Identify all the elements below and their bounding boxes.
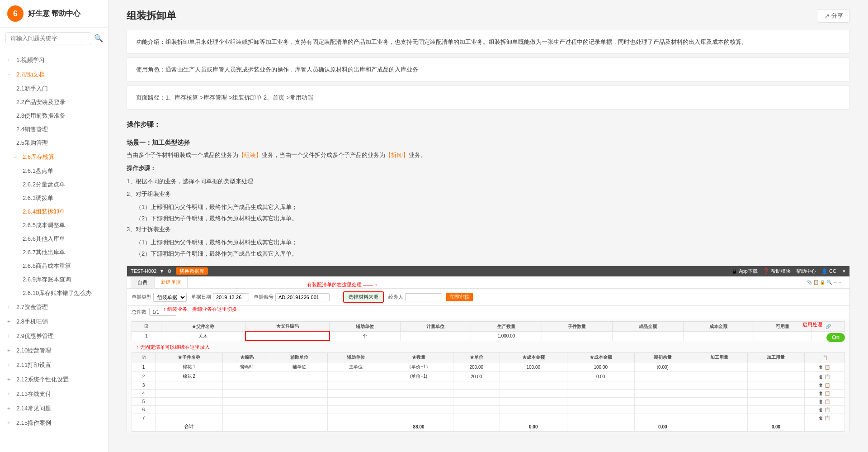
nav-label-2-10: 2.10经营管理 — [16, 347, 51, 355]
nav-sub-item-2-6-4[interactable]: 2.6.4组装拆卸单 — [0, 205, 108, 219]
th-c-price: ★单价 — [453, 353, 500, 362]
sim-type-select[interactable]: 组装单据 拆卸单据 — [153, 293, 187, 302]
scene-1-intro: 当由多个子件材料组装成一个成品的业务为【组装】业务，当由一个父件拆分成多个子产品… — [127, 150, 850, 161]
annotation-switch: ↑ 组装业务、拆卸业务在这里切换 — [163, 306, 237, 313]
nav-sub-item-2-6-3[interactable]: 2.6.3调拨单 — [0, 191, 108, 205]
sim-child-row-7: 7🗑 📋 — [132, 414, 845, 422]
intro-block-3: 页面路径：1、库存核算->库存管理->组装拆卸单 2、首页->常用功能 — [127, 86, 850, 109]
sim-sub-form-row: 总件数 — [132, 308, 845, 316]
sim-child-row-6: 6🗑 📋 — [132, 406, 845, 414]
search-input[interactable] — [5, 32, 91, 44]
nav-sub-item-2-3[interactable]: 2.3使用前数据准备 — [0, 109, 108, 123]
nav-sub-item-2-6-7[interactable]: 2.6.7其他出库单 — [0, 246, 108, 259]
nav-label-2-11: 2.11打印设置 — [16, 361, 51, 369]
sim-confirm-btn[interactable]: 立即审核 — [446, 293, 473, 301]
nav-list: + 1.视频学习 − 2.帮助文档 2.1新手入门 2.2产品安装及登录 2.3… — [0, 49, 108, 452]
nav-sub-item-2-5[interactable]: 2.5采购管理 — [0, 136, 108, 150]
sim-number-label: 单据编号 — [254, 294, 274, 300]
step-2-1: （1）上部明细为父件明细，最终作为产成品生成其它入库单； — [136, 202, 850, 213]
minus-icon-2-6: − — [14, 154, 20, 160]
sim-date-label: 单据日期 — [191, 294, 211, 300]
sim-close-icon[interactable]: ✕ — [842, 268, 846, 274]
sim-form-date: 单据日期 — [191, 293, 249, 301]
td-parent-prodamt-1 — [613, 331, 684, 341]
sim-child-row-1: 1 棉花 1 编码A1 辅单位 主单位 （单价+1） 200.00 100.00… — [132, 362, 845, 372]
plus-icon-2-7: + — [7, 304, 14, 310]
sim-form-area: 单据类型 组装单据 拆卸单据 单据日期 单据编号 — [127, 289, 849, 306]
th-c-code: ★编码 — [222, 353, 271, 362]
screenshot-inner: TEST-H002 ▼ ⚙ 切换数据库 📱 App下载 ❓ 帮助模块 帮助中心 … — [127, 266, 849, 432]
sim-operator-input[interactable] — [405, 293, 441, 301]
th-check: ☑ — [132, 322, 161, 332]
nav-sub-item-2-1[interactable]: 2.1新手入门 — [0, 82, 108, 95]
sim-form-operator: 经办人 — [388, 293, 441, 301]
th-c-action: 📋 — [804, 353, 844, 362]
nav-sub-item-2-6-6[interactable]: 2.6.6其他入库单 — [0, 232, 108, 246]
sim-tab-zifei[interactable]: 自费 — [131, 277, 154, 288]
step-2-2: （2）下部明细为子件明细，最终作为原材料生成其它出库单。 — [136, 213, 850, 224]
sim-child-row-3: 3🗑 📋 — [132, 381, 845, 390]
td-parent-childqty-1 — [542, 331, 613, 341]
sim-sub-form: 总件数 ↑ 组装业务、拆卸业务在这里切换 — [127, 306, 849, 319]
sim-tab-new[interactable]: 新建单据 — [154, 276, 188, 288]
sim-tabs: 自费 新建单据 📎 📋 🔒 🔍 ←→ — [127, 276, 849, 289]
td-parent-avail-1 — [754, 331, 811, 341]
th-c-name: ★子件名称 — [156, 353, 223, 362]
th-parent-prod-qty: 生产数量 — [471, 322, 542, 332]
sim-child-row-2: 2 棉花 2 (单价+1) 20.00 0.00 — [132, 372, 845, 381]
sim-number-input[interactable] — [275, 293, 330, 301]
nav-label-2-6: 2.6库存核算 — [23, 153, 54, 161]
sim-sub-count-label: 总件数 — [132, 309, 146, 315]
nav-item-video[interactable]: + 1.视频学习 — [0, 53, 108, 67]
nav-label-2-9: 2.9优惠券管理 — [16, 332, 54, 340]
sim-child-row-4: 4🗑 📋 — [132, 390, 845, 398]
plus-icon-2-8: + — [7, 319, 14, 325]
sim-titlebar: TEST-H002 ▼ ⚙ 切换数据库 📱 App下载 ❓ 帮助模块 帮助中心 … — [127, 266, 849, 276]
content-body: 功能介绍：组装拆卸单用来处理企业组装或拆卸等加工业务，支持有固定装配清单的产品加… — [108, 30, 868, 450]
step-2-substeps: （1）上部明细为父件明细，最终作为产成品生成其它入库单； （2）下部明细为子件明… — [127, 202, 850, 224]
sim-date-input[interactable] — [213, 293, 249, 301]
th-parent-cost-amt: 成本金额 — [683, 322, 754, 332]
th-c-proc2: 加工用量 — [748, 353, 804, 362]
nav-sub-item-2-6-8[interactable]: 2.6.8商品成本重算 — [0, 259, 108, 273]
td-parent-name-1: 关木 — [161, 331, 245, 341]
sim-form-number: 单据编号 — [254, 293, 330, 301]
nav-item-docs[interactable]: − 2.帮助文档 2.1新手入门 2.2产品安装及登录 2.3使用前数据准备 2… — [0, 67, 108, 430]
search-box: 🔍 — [0, 28, 108, 49]
nav-sub-item-2-6-10[interactable]: 2.6.10库存账本错了怎么办 — [0, 286, 108, 300]
content-header: 组装拆卸单 ↗ 分享 — [108, 0, 868, 30]
plus-icon: + — [7, 57, 14, 63]
steps-label: 操作步骤： — [127, 163, 850, 174]
step-3-2: （2）下部明细为子件明细，最终作为产成品生成其它入库单。 — [136, 248, 850, 260]
share-button[interactable]: ↗ 分享 — [818, 9, 850, 23]
plus-icon-2-13: + — [7, 391, 14, 397]
sim-bom-area: 选择材料来源 有装配清单的在这里处理 ——→ — [343, 291, 384, 303]
nav-sub-item-2-6-5[interactable]: 2.6.5成本调整单 — [0, 219, 108, 232]
ops-section-title: 操作步骤： — [127, 120, 850, 129]
sim-child-table-header: ☑ ★子件名称 ★编码 辅助单位 辅助单位 ★数量 ★单价 ★成本金额 ★成本金… — [132, 353, 845, 362]
page-title: 组装拆卸单 — [127, 9, 176, 23]
step-3-1: （1）上部明细为父件明细，最终作为原材料生成其它出库单； — [136, 237, 850, 248]
sim-type-label: 单据类型 — [132, 294, 151, 300]
sim-parent-table: ☑ ★父件名称 ★父件编码 辅助单位 计量单位 生产数量 子件数量 成品金额 成… — [132, 321, 845, 341]
brand-name: 好生意 帮助中心 — [28, 9, 80, 19]
plus-icon-2-12: + — [7, 376, 14, 383]
nav-label-video: 1.视频学习 — [16, 56, 45, 64]
nav-sub-item-2-6-2[interactable]: 2.6.2分量盘点单 — [0, 178, 108, 191]
th-c-init: 期初余量 — [634, 353, 691, 362]
nav-sub-item-2-2[interactable]: 2.2产品安装及登录 — [0, 95, 108, 109]
sim-operator-label: 经办人 — [388, 294, 403, 300]
nav-label-2-14: 2.14常见问题 — [16, 404, 51, 413]
plus-icon-2-9: + — [7, 333, 14, 339]
step-3-text: 3、对于拆装业务 — [127, 224, 850, 235]
nav-sub-item-2-6-9[interactable]: 2.6.9库存账本查询 — [0, 273, 108, 286]
nav-sub-item-2-4[interactable]: 2.4销售管理 — [0, 123, 108, 136]
intro-block-1: 功能介绍：组装拆卸单用来处理企业组装或拆卸等加工业务，支持有固定装配清单的产品加… — [127, 30, 850, 54]
th-c-proc1: 加工用量 — [691, 353, 747, 362]
sim-switch-btn[interactable]: 切换数据库 — [176, 267, 208, 275]
sim-child-row-5: 5🗑 📋 — [132, 398, 845, 406]
nav-sub-item-2-6-1[interactable]: 2.6.1盘点单 — [0, 164, 108, 178]
highlight-assembly: 【组装】 — [238, 152, 262, 158]
sim-bom-button[interactable]: 选择材料来源 — [343, 291, 384, 303]
search-button[interactable]: 🔍 — [94, 34, 103, 43]
